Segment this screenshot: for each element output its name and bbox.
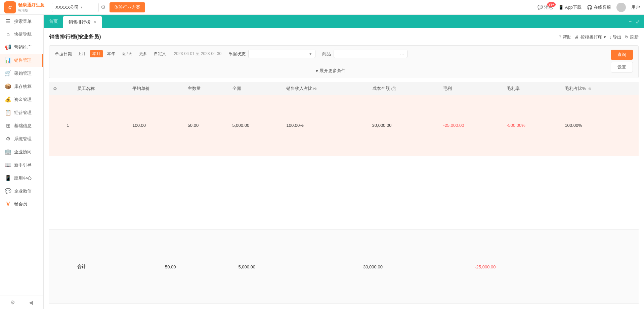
sidebar-item-label: 库存核算	[14, 84, 32, 90]
message-button[interactable]: 💬 消息 99+	[538, 4, 553, 10]
sidebar-collapse-button[interactable]: ◀	[29, 299, 33, 306]
cost-info-icon[interactable]: ?	[391, 87, 396, 91]
sidebar-item-label: 畅会员	[14, 201, 27, 207]
trial-btn[interactable]: 体验行业方案	[110, 2, 145, 12]
date-tab-custom[interactable]: 自定义	[151, 50, 169, 57]
tab-maximize-button[interactable]: ⤢	[636, 18, 640, 25]
filter-date: 单据日期 上月 本月 本年 近7天 更多 自定义	[55, 50, 221, 57]
user-name: 用户	[631, 4, 640, 10]
sidebar-item-finance[interactable]: 💰 资金管理	[0, 93, 43, 106]
help-icon: ?	[559, 35, 561, 40]
settings-button[interactable]: 设置	[611, 62, 633, 72]
message-badge: 99+	[547, 2, 556, 7]
page-title: 销售排行榜(按业务员)	[49, 34, 101, 41]
company-selector[interactable]: XXXXX公司 ▾	[52, 3, 99, 12]
title-actions: ? 帮助 🖨 按模板打印 ▾ ↓ 导出 ↻	[559, 34, 639, 40]
tab-sales-ranking[interactable]: 销售排行榜 ×	[63, 16, 102, 28]
chevron-down-icon: ▾	[81, 5, 82, 9]
sidebar-item-basic-info[interactable]: ⊞ 基础信息	[0, 119, 43, 132]
sidebar-item-operations[interactable]: 📋 经营管理	[0, 106, 43, 119]
help-button[interactable]: ? 帮助	[559, 34, 571, 40]
sidebar: ☰ 搜索菜单 ⌂ 快捷导航 📢 营销推广 📊 销售管理 🛒 采购管理 📦 库	[0, 15, 44, 309]
date-tab-prev-month[interactable]: 上月	[75, 50, 88, 57]
avatar[interactable]	[616, 3, 626, 12]
expand-more-label: 展开更多条件	[319, 68, 346, 74]
settings-icon-button[interactable]: ⚙	[101, 4, 105, 10]
date-tab-last-7days[interactable]: 近7天	[119, 50, 135, 57]
sidebar-item-guide[interactable]: 📖 新手引导	[0, 158, 43, 171]
date-tab-this-month[interactable]: 本月	[90, 50, 103, 57]
logo-area: 畅康通好生意 标准版	[4, 1, 48, 13]
app-download-label: App下载	[565, 4, 582, 10]
expand-more-btn[interactable]: ▾ 展开更多条件	[55, 65, 607, 74]
date-tab-more[interactable]: 更多	[136, 50, 150, 57]
svg-point-0	[7, 4, 13, 11]
export-icon: ↓	[609, 35, 612, 40]
online-service-label: 在线客服	[594, 4, 611, 10]
online-service-button[interactable]: 🎧 在线客服	[587, 4, 611, 10]
sidebar-item-system[interactable]: ⚙ 系统管理	[0, 132, 43, 145]
col-settings-header: ⚙	[49, 82, 61, 95]
sidebar-bottom: ⚙ ◀	[0, 296, 43, 309]
export-button[interactable]: ↓ 导出	[609, 34, 622, 40]
app-download-button[interactable]: 📱 App下载	[558, 4, 582, 10]
basic-info-icon: ⊞	[5, 122, 11, 129]
footer-cell-sales-pct	[336, 230, 360, 303]
date-tab-this-year[interactable]: 本年	[104, 50, 118, 57]
footer-cell-gross-profit: -25,000.00	[472, 230, 590, 303]
sidebar-item-inventory[interactable]: 📦 库存核算	[0, 80, 43, 93]
refresh-button[interactable]: ↻ 刷新	[625, 34, 639, 40]
filter-goods: 商品 ···	[322, 50, 407, 58]
footer-cell-cost: 30,000.00	[360, 230, 472, 303]
sidebar-item-label: 快捷导航	[14, 31, 32, 37]
table-body: 1 100.00 50.00 5,000.00 100.00% 30,000.0…	[49, 95, 639, 156]
sidebar-item-member[interactable]: V 畅会员	[0, 198, 43, 210]
page-title-bar: 销售排行榜(按业务员) ? 帮助 🖨 按模板打印 ▾ ↓	[49, 34, 639, 41]
svg-point-1	[9, 8, 11, 9]
col-gross-margin-header: 毛利率	[504, 82, 562, 95]
table-row: 1 100.00 50.00 5,000.00 100.00% 30,000.0…	[49, 95, 639, 156]
sidebar-item-purchase[interactable]: 🛒 采购管理	[0, 67, 43, 80]
footer-cell-empty1	[49, 230, 61, 303]
col-avg-price-header: 平均单价	[130, 82, 185, 95]
sidebar-item-marketing[interactable]: 📢 营销推广	[0, 41, 43, 54]
sidebar-item-quick-nav[interactable]: ⌂ 快捷导航	[0, 28, 43, 41]
app-center-icon: 📱	[5, 175, 11, 181]
page-content: 销售排行榜(按业务员) ? 帮助 🖨 按模板打印 ▾ ↓	[44, 28, 644, 309]
col-gross-profit-header: 毛利	[440, 82, 504, 95]
query-button[interactable]: 查询	[611, 50, 633, 60]
settings-icon[interactable]: ⚙	[53, 86, 57, 91]
goods-dots-button[interactable]: ···	[400, 51, 404, 56]
table-wrapper: ⚙ 员工名称 平均单价 主数量 全额 销售收入占比% 成本全额 ?	[49, 82, 639, 304]
sidebar-item-wechat[interactable]: 💬 企业微信	[0, 185, 43, 198]
footer-cell-label: 合计	[75, 230, 138, 303]
active-tab-label: 销售排行榜	[69, 19, 90, 25]
col-index-header	[61, 82, 75, 95]
col-main-qty-header: 主数量	[185, 82, 230, 95]
sidebar-item-sales[interactable]: 📊 销售管理	[0, 54, 43, 67]
logo-text: 畅康通好生意 标准版	[18, 2, 44, 13]
cell-cost: 30,000.00	[370, 95, 441, 156]
table-footer: 合计 50.00 5,000.00 30,000.00 -25,000.00	[49, 229, 639, 304]
footer-cell-avg-price	[138, 230, 162, 303]
sidebar-item-app-center[interactable]: 📱 应用中心	[0, 171, 43, 185]
sidebar-item-label: 企业微信	[14, 188, 32, 194]
headset-icon: 🎧	[587, 5, 592, 10]
sidebar-settings-button[interactable]: ⚙	[10, 299, 15, 306]
sidebar-item-enterprise[interactable]: 🏢 企业协同	[0, 145, 43, 158]
filter-status-label: 单据状态	[228, 51, 246, 57]
filter-goods-select[interactable]: ···	[334, 50, 407, 58]
filter-date-label: 单据日期	[55, 51, 72, 57]
sales-icon: 📊	[5, 57, 11, 63]
print-button[interactable]: 🖨 按模板打印 ▾	[575, 34, 606, 40]
filter-status-select[interactable]: ▾	[248, 50, 315, 58]
tab-home[interactable]: 首页	[44, 15, 63, 28]
tab-close-button[interactable]: ×	[94, 19, 96, 25]
status-dropdown-icon: ▾	[309, 51, 312, 56]
tab-minimize-button[interactable]: －	[628, 18, 633, 25]
sidebar-item-search[interactable]: ☰ 搜索菜单	[0, 15, 43, 28]
cell-index: 1	[61, 95, 75, 156]
print-icon: 🖨	[575, 35, 579, 40]
query-actions: 查询 设置	[611, 50, 633, 72]
table-header-row: ⚙ 员工名称 平均单价 主数量 全额 销售收入占比% 成本全额 ?	[49, 82, 639, 95]
